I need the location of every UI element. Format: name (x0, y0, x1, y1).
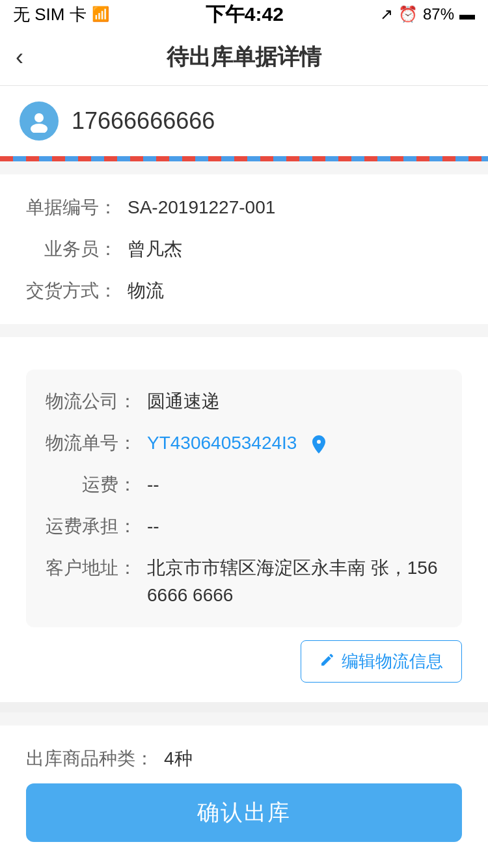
address-row: 客户地址： 北京市市辖区海淀区永丰南 张，156 6666 6666 (46, 554, 442, 609)
section-divider (0, 702, 488, 712)
delivery-method-value: 物流 (128, 277, 462, 305)
edit-logistics-area: 编辑物流信息 (26, 640, 462, 683)
status-time: 下午4:42 (206, 1, 284, 28)
tracking-label: 物流单号： (46, 429, 137, 457)
logistics-company-value: 圆通速递 (147, 388, 442, 415)
freight-bearer-label: 运费承担： (46, 513, 137, 540)
logistics-section: 物流公司： 圆通速递 物流单号： YT43064053424I3 运费： -- (0, 337, 488, 702)
product-type-row: 出库商品种类： 4种 (26, 745, 462, 772)
edit-logistics-label: 编辑物流信息 (342, 650, 443, 673)
logistics-card: 物流公司： 圆通速递 物流单号： YT43064053424I3 运费： -- (26, 370, 462, 627)
back-icon: ‹ (16, 44, 23, 70)
edit-logistics-button[interactable]: 编辑物流信息 (301, 640, 462, 683)
location-status-icon: ↗ (380, 5, 393, 23)
wifi-icon: 📶 (92, 6, 109, 23)
address-value: 北京市市辖区海淀区永丰南 张，156 6666 6666 (147, 554, 442, 609)
product-type-value: 4种 (164, 745, 462, 772)
status-left: 无 SIM 卡 📶 (13, 3, 109, 26)
delivery-method-label: 交货方式： (26, 277, 117, 305)
bottom-bar: 确认出库 (0, 770, 488, 868)
user-header: 17666666666 (0, 86, 488, 156)
confirm-button[interactable]: 确认出库 (26, 783, 462, 842)
location-icon[interactable] (308, 434, 329, 455)
avatar (20, 102, 59, 141)
doc-number-row: 单据编号： SA-20191227-001 (26, 194, 462, 221)
svg-point-0 (34, 113, 44, 122)
doc-number-label: 单据编号： (26, 194, 117, 221)
battery-icon: ▬ (459, 5, 475, 23)
alarm-icon: ⏰ (398, 5, 418, 23)
status-right: ↗ ⏰ 87% ▬ (380, 5, 475, 23)
sim-label: 无 SIM 卡 (13, 3, 87, 26)
logistics-company-label: 物流公司： (46, 388, 137, 415)
dashed-divider (0, 156, 488, 161)
svg-point-1 (31, 124, 47, 133)
edit-icon (319, 652, 335, 671)
freight-bearer-row: 运费承担： -- (46, 513, 442, 540)
back-button[interactable]: ‹ (16, 44, 23, 71)
salesperson-row: 业务员： 曾凡杰 (26, 236, 462, 263)
address-label: 客户地址： (46, 554, 137, 582)
tracking-value: YT43064053424I3 (147, 429, 442, 457)
doc-number-value: SA-20191227-001 (128, 194, 462, 221)
user-phone: 17666666666 (72, 107, 215, 135)
nav-bar: ‹ 待出库单据详情 (0, 29, 488, 86)
basic-info-section: 单据编号： SA-20191227-001 业务员： 曾凡杰 交货方式： 物流 (0, 174, 488, 324)
delivery-method-row: 交货方式： 物流 (26, 277, 462, 305)
page-title: 待出库单据详情 (167, 42, 321, 72)
status-bar: 无 SIM 卡 📶 下午4:42 ↗ ⏰ 87% ▬ (0, 0, 488, 29)
salesperson-value: 曾凡杰 (128, 236, 462, 263)
freight-value: -- (147, 471, 442, 498)
logistics-company-row: 物流公司： 圆通速递 (46, 388, 442, 415)
product-type-label: 出库商品种类： (26, 745, 154, 772)
battery-label: 87% (423, 5, 454, 23)
salesperson-label: 业务员： (26, 236, 117, 263)
freight-label: 运费： (46, 471, 137, 498)
freight-row: 运费： -- (46, 471, 442, 498)
tracking-row: 物流单号： YT43064053424I3 (46, 429, 442, 457)
freight-bearer-value: -- (147, 513, 442, 540)
